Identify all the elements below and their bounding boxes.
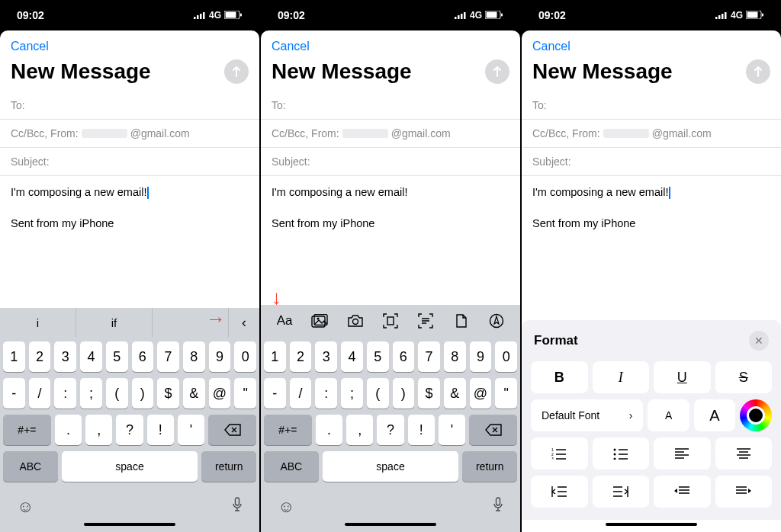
key-2[interactable]: 2 <box>29 341 51 372</box>
key-.[interactable]: . <box>316 415 342 445</box>
send-button[interactable] <box>746 59 770 84</box>
key-abc[interactable]: ABC <box>264 451 319 482</box>
to-field[interactable]: To: <box>261 91 520 120</box>
emoji-button[interactable]: ☺ <box>278 497 294 517</box>
text-color-button[interactable] <box>740 399 772 431</box>
key-6[interactable]: 6 <box>132 341 154 372</box>
key-'[interactable]: ' <box>439 415 465 445</box>
subject-field[interactable]: Subject: <box>261 148 520 176</box>
key-?[interactable]: ? <box>377 415 403 445</box>
outdent-button[interactable] <box>531 476 588 508</box>
key-5[interactable]: 5 <box>106 341 128 372</box>
key-@[interactable]: @ <box>209 378 231 409</box>
markup-icon[interactable] <box>483 307 510 335</box>
key-&[interactable]: & <box>444 378 466 409</box>
key-0[interactable]: 0 <box>234 341 256 372</box>
bold-button[interactable]: B <box>531 361 588 393</box>
key-7[interactable]: 7 <box>418 341 440 372</box>
key-![interactable]: ! <box>147 415 174 445</box>
key-alt[interactable]: #+= <box>264 415 312 445</box>
key-9[interactable]: 9 <box>209 341 231 372</box>
emoji-button[interactable]: ☺ <box>17 497 34 517</box>
key-1[interactable]: 1 <box>264 341 286 372</box>
key-)[interactable]: ) <box>132 378 154 409</box>
key-8[interactable]: 8 <box>444 341 466 372</box>
key-.[interactable]: . <box>55 415 82 445</box>
key-/[interactable]: / <box>29 378 51 409</box>
key-3[interactable]: 3 <box>315 341 337 372</box>
cancel-button[interactable]: Cancel <box>532 40 570 53</box>
key-0[interactable]: 0 <box>495 341 517 372</box>
key-alt[interactable]: #+= <box>3 415 51 445</box>
align-left-button[interactable] <box>654 437 711 470</box>
send-button[interactable] <box>224 59 249 84</box>
numbered-list-button[interactable]: 123 <box>531 437 588 470</box>
key-"[interactable]: " <box>234 378 256 409</box>
cancel-button[interactable]: Cancel <box>11 40 49 53</box>
key-@[interactable]: @ <box>470 378 492 409</box>
key-![interactable]: ! <box>408 415 435 445</box>
key-,[interactable]: , <box>346 415 373 445</box>
key-;[interactable]: ; <box>80 378 102 409</box>
strikethrough-button[interactable]: S <box>715 361 773 393</box>
key-4[interactable]: 4 <box>80 341 102 372</box>
close-icon[interactable]: ✕ <box>749 331 769 351</box>
key-)[interactable]: ) <box>393 378 415 409</box>
key-?[interactable]: ? <box>116 415 143 445</box>
key-7[interactable]: 7 <box>157 341 179 372</box>
ltr-button[interactable] <box>654 476 711 508</box>
scan-text-icon[interactable] <box>412 307 439 335</box>
suggestion-1[interactable]: i <box>0 308 76 337</box>
key-1[interactable]: 1 <box>3 341 25 372</box>
key-:[interactable]: : <box>54 378 76 409</box>
subject-field[interactable]: Subject: <box>0 148 259 176</box>
dictation-button[interactable] <box>493 497 503 517</box>
photos-icon[interactable] <box>306 307 333 335</box>
key-3[interactable]: 3 <box>54 341 76 372</box>
camera-icon[interactable] <box>342 307 369 335</box>
italic-button[interactable]: I <box>593 361 650 393</box>
attach-file-icon[interactable] <box>448 307 475 335</box>
subject-field[interactable]: Subject: <box>522 148 781 176</box>
rtl-button[interactable] <box>715 476 773 508</box>
key-space[interactable]: space <box>62 451 198 482</box>
font-picker-button[interactable]: Default Font › <box>531 399 643 431</box>
to-field[interactable]: To: <box>0 91 259 120</box>
key-backspace[interactable] <box>469 415 517 445</box>
decrease-font-button[interactable]: A <box>648 399 689 431</box>
to-field[interactable]: To: <box>522 91 781 120</box>
email-body[interactable]: I'm composing a new email! Sent from my … <box>522 176 781 320</box>
key-:[interactable]: : <box>315 378 337 409</box>
key-5[interactable]: 5 <box>367 341 389 372</box>
key-$[interactable]: $ <box>157 378 179 409</box>
ccbcc-field[interactable]: Cc/Bcc, From: @gmail.com <box>0 120 259 148</box>
key-4[interactable]: 4 <box>341 341 363 372</box>
key-,[interactable]: , <box>85 415 112 445</box>
key-space[interactable]: space <box>323 451 459 482</box>
suggestion-2[interactable]: if <box>76 308 153 337</box>
key--[interactable]: - <box>3 378 25 409</box>
key-"[interactable]: " <box>495 378 517 409</box>
key-2[interactable]: 2 <box>290 341 312 372</box>
key-;[interactable]: ; <box>341 378 363 409</box>
scan-document-icon[interactable] <box>377 307 404 335</box>
ccbcc-field[interactable]: Cc/Bcc, From: @gmail.com <box>261 120 520 148</box>
key-$[interactable]: $ <box>418 378 440 409</box>
key-return[interactable]: return <box>201 451 256 482</box>
underline-button[interactable]: U <box>654 361 711 393</box>
email-body[interactable]: I'm composing a new email! Sent from my … <box>0 176 259 308</box>
key-8[interactable]: 8 <box>183 341 205 372</box>
increase-font-button[interactable]: A <box>694 399 735 431</box>
key-&[interactable]: & <box>183 378 205 409</box>
align-center-button[interactable] <box>715 437 773 470</box>
format-aa-button[interactable]: Aa <box>271 307 298 335</box>
email-body[interactable]: I'm composing a new email! Sent from my … <box>261 176 520 305</box>
dictation-button[interactable] <box>232 497 243 517</box>
expand-toolbar-chevron[interactable]: ‹ <box>229 308 259 337</box>
key-9[interactable]: 9 <box>470 341 492 372</box>
indent-button[interactable] <box>593 476 650 508</box>
key-'[interactable]: ' <box>178 415 204 445</box>
send-button[interactable] <box>485 59 509 84</box>
ccbcc-field[interactable]: Cc/Bcc, From: @gmail.com <box>522 120 781 148</box>
key-abc[interactable]: ABC <box>3 451 58 482</box>
